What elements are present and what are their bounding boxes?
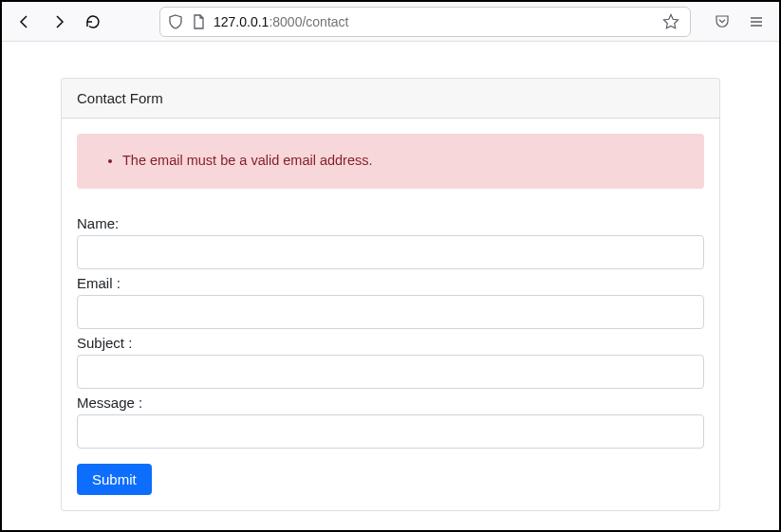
menu-button[interactable] bbox=[741, 7, 772, 37]
hamburger-icon bbox=[749, 14, 764, 29]
reload-icon bbox=[85, 14, 101, 29]
page-icon bbox=[191, 14, 206, 29]
pocket-icon bbox=[714, 13, 731, 30]
contact-form-card: Contact Form The email must be a valid e… bbox=[61, 78, 720, 511]
pocket-button[interactable] bbox=[707, 7, 737, 37]
email-input[interactable] bbox=[77, 295, 704, 329]
address-bar[interactable]: 127.0.0.1:8000/contact bbox=[159, 7, 691, 37]
card-header: Contact Form bbox=[62, 79, 719, 119]
subject-label: Subject : bbox=[77, 335, 704, 351]
bookmark-button[interactable] bbox=[660, 10, 682, 33]
submit-button[interactable]: Submit bbox=[77, 464, 152, 495]
name-input[interactable] bbox=[77, 235, 704, 269]
card-title: Contact Form bbox=[77, 90, 163, 106]
message-label: Message : bbox=[77, 394, 704, 411]
url-host: 127.0.0.1 bbox=[214, 14, 269, 29]
email-label: Email : bbox=[77, 275, 704, 291]
forward-button[interactable] bbox=[44, 7, 74, 37]
name-label: Name: bbox=[77, 215, 704, 231]
back-button[interactable] bbox=[9, 7, 40, 37]
subject-input[interactable] bbox=[77, 355, 704, 389]
error-message: The email must be a valid email address. bbox=[122, 151, 689, 172]
message-input[interactable] bbox=[77, 414, 704, 449]
arrow-left-icon bbox=[17, 14, 32, 29]
arrow-right-icon bbox=[51, 14, 66, 29]
star-icon bbox=[662, 13, 679, 30]
url-text: 127.0.0.1:8000/contact bbox=[214, 14, 348, 29]
reload-button[interactable] bbox=[78, 7, 108, 37]
browser-toolbar: 127.0.0.1:8000/contact bbox=[2, 2, 779, 42]
page-content: Contact Form The email must be a valid e… bbox=[2, 42, 779, 530]
shield-icon bbox=[168, 14, 183, 29]
url-path: :8000/contact bbox=[269, 14, 348, 29]
error-alert: The email must be a valid email address. bbox=[77, 134, 704, 189]
